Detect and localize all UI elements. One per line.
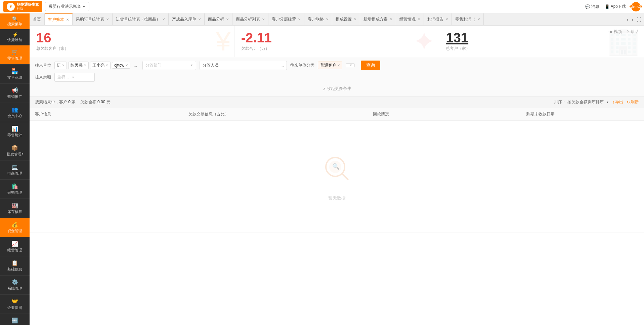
stat-bg-icon-2: ✦ xyxy=(413,26,435,57)
tab-close-product-analysis[interactable]: ✕ xyxy=(226,17,229,21)
store-selector[interactable]: 母婴行业演示帐套 ▼ xyxy=(45,2,89,11)
sidebar-quick-nav[interactable]: ⚡ 快捷导航 xyxy=(0,29,30,45)
tab-prev-btn[interactable]: ‹ xyxy=(626,16,630,23)
remove-tag-cjttcw[interactable]: ✕ xyxy=(125,64,128,67)
app-download-btn[interactable]: 📱 App下载 xyxy=(605,4,626,9)
tab-new-raise-plan[interactable]: 新增提成方案 ✕ xyxy=(360,13,396,25)
logo-icon: ¥ xyxy=(7,3,15,11)
sidebar-item-retail-mall[interactable]: 🏪 零售商城 xyxy=(0,65,30,84)
tab-close-raise-settings[interactable]: ✕ xyxy=(354,17,356,21)
filter-row-1: 往来单位 伍 ✕ 陈民强 ✕ 王小亮 ✕ xyxy=(35,61,639,70)
remove-tag-wang[interactable]: ✕ xyxy=(105,64,108,67)
purchase-icon: 🛍️ xyxy=(2,183,28,189)
sidebar: 🔍 搜索菜单 ⚡ 快捷导航 🛒 零售管理 🏪 零售商城 📢 营销推广 👥 会员中… xyxy=(0,13,30,325)
retail-stats-icon: 📊 xyxy=(2,125,28,132)
tab-close-customer-accounts[interactable]: ✕ xyxy=(66,18,69,22)
tab-close-ops-status[interactable]: ✕ xyxy=(418,17,420,21)
video-icon: ▶ xyxy=(610,30,613,34)
refresh-btn[interactable]: ↻ 刷新 xyxy=(627,99,639,105)
filter-tag-normal-customer[interactable]: 普通客户 ✕ xyxy=(318,62,342,69)
tab-retail-profit[interactable]: 零售利润（ ✕ xyxy=(452,13,484,25)
empty-state: 🔍 暂无数据 xyxy=(35,125,639,228)
tab-raise-settings[interactable]: 提成设置 ✕ xyxy=(332,13,360,25)
sidebar-item-purchase-mgmt[interactable]: 🛍️ 采购管理 xyxy=(0,180,30,199)
stats-help-links: ▶ 视频 ？ 帮助 xyxy=(610,29,639,35)
tab-customer-accounts[interactable]: 客户账本 ✕ xyxy=(45,13,73,25)
sidebar-item-capital-mgmt[interactable]: 💰 资金管理 xyxy=(0,218,30,237)
filter-tag-cjttcw[interactable]: cjttcw ✕ xyxy=(112,62,130,69)
marketing-icon: 📢 xyxy=(2,87,28,94)
help-btn[interactable]: ？ 帮助 xyxy=(626,29,639,35)
tab-inventory-stats[interactable]: 进货单统计表（按商品） ✕ xyxy=(113,13,169,25)
message-btn[interactable]: 💬 消息 xyxy=(585,4,599,9)
tab-close-customer-contact[interactable]: ✕ xyxy=(326,17,329,21)
person-filter-label-inner: 分管人员 xyxy=(203,63,219,68)
tab-production-receipt[interactable]: 产成品入库单 ✕ xyxy=(169,13,205,25)
filter-tag-wu[interactable]: 伍 ✕ xyxy=(54,62,67,69)
remove-tag-normal-customer[interactable]: ✕ xyxy=(337,64,340,67)
svg-line-1 xyxy=(342,174,348,179)
sidebar-item-basic-info[interactable]: 📋 基础信息 xyxy=(0,256,30,276)
capital-icon: 💰 xyxy=(2,221,28,228)
sort-chevron-icon: ▼ xyxy=(606,101,609,104)
tab-close-customer-tier[interactable]: ✕ xyxy=(298,17,301,21)
filter-tag-chen[interactable]: 陈民强 ✕ xyxy=(68,62,89,69)
video-help-btn[interactable]: ▶ 视频 xyxy=(610,29,622,35)
tab-customer-contact[interactable]: 客户联络 ✕ xyxy=(304,13,332,25)
tab-product-analysis-list[interactable]: 商品分析列表 ✕ xyxy=(232,13,268,25)
sidebar-item-ops-mgmt[interactable]: 📈 经营管理 xyxy=(0,237,30,256)
filter-tag-more[interactable]: ... xyxy=(132,62,139,68)
sort-select[interactable]: 排序： 按欠款金额倒序排序 ▼ xyxy=(554,99,609,105)
sidebar-item-retail-stats[interactable]: 📊 零售统计 xyxy=(0,122,30,141)
sidebar-item-retail-mgmt[interactable]: 🛒 零售管理 xyxy=(0,45,30,65)
sidebar-item-enterprise-coop[interactable]: 🤝 企业协同 xyxy=(0,295,30,314)
sidebar-search[interactable]: 🔍 搜索菜单 xyxy=(0,13,30,29)
sidebar-item-new-guide[interactable]: 🆕 新手引导 xyxy=(0,314,30,325)
tab-close-profit-report[interactable]: ✕ xyxy=(445,17,448,21)
export-btn[interactable]: ↑ 导出 xyxy=(612,99,623,105)
dept-filter-select[interactable]: 分管部门 ▼ xyxy=(142,61,196,70)
balance-filter-select[interactable]: 选择... ▼ xyxy=(54,73,95,82)
tab-next-btn[interactable]: › xyxy=(630,16,635,23)
dept-chevron-icon: ▼ xyxy=(190,64,193,67)
sidebar-item-inventory[interactable]: 🏭 库存核算 xyxy=(0,199,30,218)
sidebar-item-system-mgmt[interactable]: ⚙️ 系统管理 xyxy=(0,276,30,295)
tab-close-inventory[interactable]: ✕ xyxy=(162,17,165,21)
sidebar-item-batch-mgmt[interactable]: 📦 批发管理 ▾ xyxy=(0,141,30,160)
results-summary: 搜索结果中，客户 0 家 欠款金额 0.00 元 xyxy=(35,99,111,105)
tab-close-production[interactable]: ✕ xyxy=(198,17,201,21)
collapse-btn[interactable]: ∧ 收起更多条件 xyxy=(323,86,351,92)
sidebar-item-marketing[interactable]: 📢 营销推广 xyxy=(0,84,30,103)
tab-close-purchase-order[interactable]: ✕ xyxy=(106,17,109,21)
member-icon: 👥 xyxy=(2,106,28,113)
enterprise-icon: 🤝 xyxy=(2,298,28,304)
tab-customer-tier[interactable]: 客户分层经营 ✕ xyxy=(268,13,304,25)
data-table: 客户信息 欠款交易信息（占比） 回款情况 到期未收款日期 xyxy=(30,108,644,232)
tab-close-new-raise[interactable]: ✕ xyxy=(390,17,392,21)
sidebar-item-member-center[interactable]: 👥 会员中心 xyxy=(0,103,30,122)
tab-close-product-list[interactable]: ✕ xyxy=(262,17,265,21)
tab-ops-status[interactable]: 经营情况 ✕ xyxy=(396,13,424,25)
tab-home[interactable]: 首页 xyxy=(30,13,45,25)
empty-state-icon: 🔍 xyxy=(320,152,354,192)
remove-tag-chen[interactable]: ✕ xyxy=(84,64,86,67)
sidebar-item-ecom-mgmt[interactable]: 💻 电商管理 xyxy=(0,160,30,180)
tab-profit-report[interactable]: 利润报告 ✕ xyxy=(424,13,452,25)
tab-expand-btn[interactable]: ⛶ xyxy=(635,16,643,23)
unit-type-dropdown[interactable]: ▼ xyxy=(346,63,355,67)
query-button[interactable]: 查询 xyxy=(361,61,380,70)
batch-mgmt-icon: 📦 xyxy=(2,145,28,151)
collapse-row: ∧ 收起更多条件 xyxy=(35,84,639,93)
avatar[interactable]: demo2 xyxy=(631,2,641,11)
tab-product-analysis[interactable]: 商品分析 ✕ xyxy=(205,13,232,25)
remove-tag-wu[interactable]: ✕ xyxy=(62,64,65,67)
filter-tag-wang[interactable]: 王小亮 ✕ xyxy=(90,62,111,69)
table-body: 🔍 暂无数据 xyxy=(30,121,644,232)
empty-text: 暂无数据 xyxy=(328,195,346,201)
person-filter-input[interactable]: 分管人员 ... xyxy=(200,61,287,70)
top-bar-right: 💬 消息 📱 App下载 demo2 xyxy=(585,2,641,11)
unit-type-label: 往来单位分类 xyxy=(290,63,314,68)
basic-info-icon: 📋 xyxy=(2,260,28,266)
tab-close-retail-profit[interactable]: ✕ xyxy=(477,17,480,21)
tab-purchase-order-stats[interactable]: 采购订单统计表 ✕ xyxy=(73,13,113,25)
